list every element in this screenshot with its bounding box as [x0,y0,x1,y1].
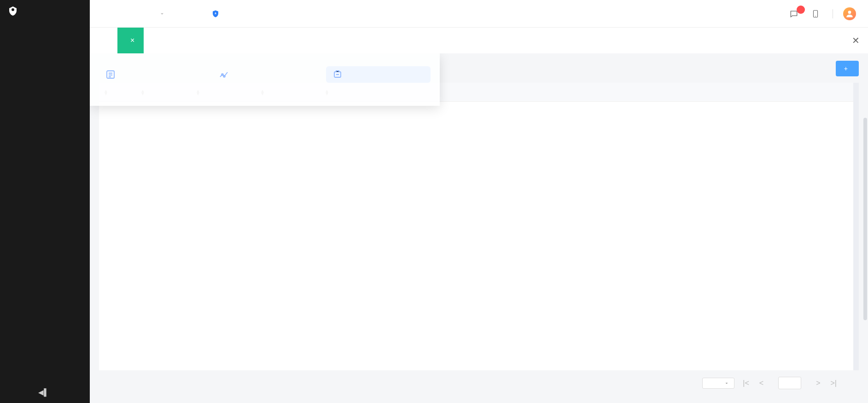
add-unit-button[interactable]: + [836,61,859,76]
brand-logo-icon [7,6,18,17]
close-icon[interactable]: × [130,36,134,45]
page-first-icon[interactable]: |< [741,379,751,387]
content-scrollbar[interactable] [863,118,867,320]
page-input[interactable] [778,377,801,389]
table: ▲▼ ▲▼ ▲▼ ▲▼ ▲▼ [99,83,859,370]
analysis-icon [217,69,231,80]
overlay-header-expert[interactable] [326,66,431,83]
phone-icon [811,9,820,18]
chevron-down-icon [724,380,729,386]
unpin-button[interactable]: ◀▌ [0,382,90,403]
messages-badge [797,6,805,14]
page-last-icon[interactable]: >| [829,379,839,387]
expert-icon [331,69,344,80]
divider [833,9,833,18]
close-all-tabs-icon[interactable]: ✕ [852,35,860,46]
verified-badge [211,10,222,18]
top-right [789,7,859,20]
content: + ▲▼ ▲▼ ▲▼ ▲▼ ▲▼ [90,53,868,403]
account-selector[interactable] [99,11,184,17]
svg-point-2 [848,11,851,14]
tab-home[interactable] [99,28,117,53]
top-header [90,0,868,28]
plus-icon: + [844,65,848,72]
page-prev-icon[interactable]: < [757,379,765,387]
overlay-col-analysis [213,66,317,95]
shield-icon [211,10,220,18]
overlay-col-report [99,66,204,95]
messages-button[interactable] [789,9,801,18]
chevron-down-icon [159,11,165,17]
app-download-button[interactable] [811,9,822,18]
pagination: |< < > >| [99,370,859,396]
per-page-select[interactable] [702,378,734,389]
tabs-bar: × ✕ [90,28,868,53]
nav [0,27,90,382]
svg-point-1 [815,16,816,17]
avatar-icon [843,7,856,20]
tax-dropdown-panel [90,53,440,106]
page-next-icon[interactable]: > [814,379,822,387]
report-icon [104,69,117,80]
user-menu[interactable] [843,7,859,20]
overlay-header-analysis[interactable] [213,66,317,83]
overlay-col-expert [326,66,431,95]
unpin-icon: ◀▌ [38,388,49,397]
brand-edition [0,22,90,27]
brand [0,0,90,22]
sidebar: ◀▌ [0,0,90,403]
tab-measurement-unit[interactable]: × [117,28,144,53]
main: × ✕ + ▲▼ ▲▼ ▲▼ [90,0,868,403]
th-actions [798,83,853,102]
overlay-header-report[interactable] [99,66,204,83]
